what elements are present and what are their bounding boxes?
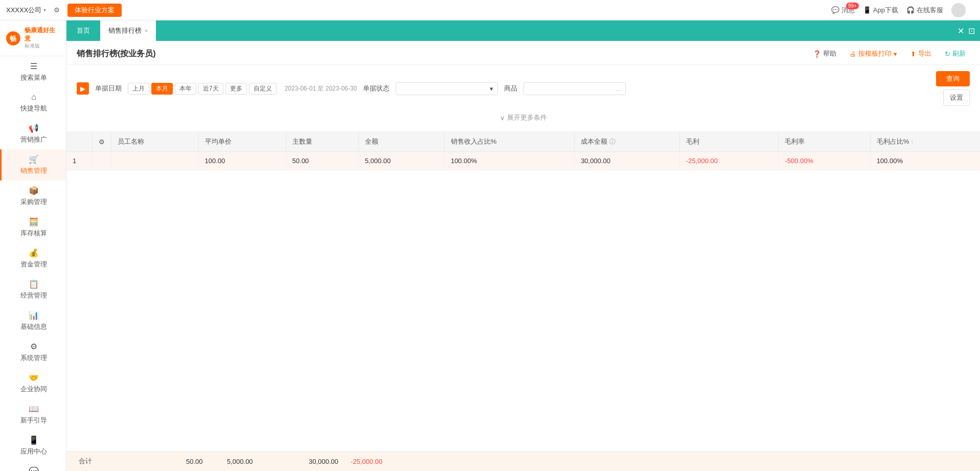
- sidebar-item-finance[interactable]: 💰 资金管理: [0, 243, 66, 274]
- row-qty: 50.00: [286, 152, 358, 170]
- enterprise-icon: 🤝: [29, 373, 39, 383]
- date-btn-this-year[interactable]: 本年: [175, 83, 196, 95]
- date-btn-more[interactable]: 更多: [225, 83, 247, 95]
- tab-sales-ranking[interactable]: 销售排行榜 ×: [100, 20, 156, 41]
- date-btn-custom[interactable]: 自定义: [249, 83, 277, 95]
- avatar[interactable]: [951, 3, 966, 17]
- table-row: 1 100.00 50.00 5,000.00 100.00% 30,000.0…: [66, 152, 980, 170]
- sidebar-item-guide[interactable]: 📖 新手引导: [0, 399, 66, 430]
- row-cost: 30,000.00: [575, 152, 680, 170]
- wechat-icon: 💬: [29, 466, 39, 471]
- footer-amount: 5,000.00: [221, 458, 262, 465]
- row-avg-price: 100.00: [198, 152, 286, 170]
- sidebar-item-enterprise[interactable]: 🤝 企业协同: [0, 368, 66, 399]
- sidebar-label-system: 系统管理: [20, 353, 47, 363]
- footer-profit: -25,000.00: [345, 458, 389, 465]
- export-button[interactable]: ⬆ 导出: [906, 47, 936, 60]
- col-sales-pct: 销售收入占比%: [444, 132, 574, 152]
- date-filter-label: 单据日期: [95, 84, 122, 93]
- sidebar-item-sales[interactable]: 🛒 销售管理: [0, 149, 66, 181]
- filter-row: ▶ 单据日期 上月 本月 本年 近7天 更多 自定义 2023-06-01 至 …: [77, 71, 970, 106]
- sidebar-item-wechat[interactable]: 💬 企业微信: [0, 461, 66, 471]
- home-icon: ⌂: [31, 93, 36, 102]
- tab-home[interactable]: 首页: [66, 20, 100, 41]
- date-buttons: 上月 本月 本年 近7天 更多 自定义: [128, 83, 277, 95]
- col-settings[interactable]: ⚙: [92, 132, 111, 152]
- expand-more-button[interactable]: ∨ 展开更多条件: [77, 110, 970, 125]
- profit-pct-sort-icon[interactable]: ↕: [911, 139, 914, 145]
- status-select-chevron: ▾: [490, 85, 493, 93]
- sidebar-label-finance: 资金管理: [20, 260, 47, 269]
- col-profit-rate: 毛利率: [779, 132, 870, 152]
- online-service-button[interactable]: 🎧 在线客服: [906, 6, 943, 15]
- sidebar-item-marketing[interactable]: 📢 营销推广: [0, 118, 66, 149]
- sidebar-item-basic[interactable]: 📊 基础信息: [0, 305, 66, 337]
- logo-sub: 标准版: [25, 42, 61, 50]
- filter-toggle-button[interactable]: ▶: [77, 82, 89, 95]
- tab-close-icon[interactable]: ×: [145, 28, 148, 34]
- sidebar-item-apps[interactable]: 📱 应用中心: [0, 430, 66, 461]
- svg-text:畅: 畅: [10, 35, 16, 42]
- row-employee: [111, 152, 198, 170]
- basic-icon: 📊: [29, 310, 39, 320]
- sidebar-label-guide: 新手引导: [20, 416, 47, 425]
- filter-area: ▶ 单据日期 上月 本月 本年 近7天 更多 自定义 2023-06-01 至 …: [66, 65, 980, 132]
- company-selector[interactable]: XXXXX公司 ▾: [6, 6, 46, 15]
- marketing-icon: 📢: [29, 123, 39, 133]
- tab-bar: 首页 销售排行榜 × ✕ ⊡: [66, 20, 980, 41]
- cost-help-icon: ⓘ: [609, 138, 616, 145]
- status-select[interactable]: ▾: [396, 82, 498, 95]
- refresh-button[interactable]: ↻ 刷新: [941, 47, 970, 60]
- sidebar-label-sales: 销售管理: [20, 166, 47, 175]
- tab-bar-right: ✕ ⊡: [958, 26, 980, 36]
- sidebar-item-search[interactable]: ☰ 搜索菜单: [0, 56, 66, 87]
- refresh-icon: ↻: [945, 50, 950, 58]
- sidebar-item-inventory[interactable]: 🧮 库存核算: [0, 212, 66, 243]
- sidebar-label-apps: 应用中心: [20, 447, 47, 456]
- col-employee: 员工名称: [111, 132, 198, 152]
- sidebar-item-purchase[interactable]: 📦 采购管理: [0, 181, 66, 212]
- settings-icon[interactable]: ⚙: [50, 4, 63, 17]
- tab-maximize-icon[interactable]: ⊡: [968, 26, 975, 36]
- footer-qty: 50.00: [180, 458, 221, 465]
- page-actions: ❓ 帮助 🖨 按模板打印 ▾ ⬆ 导出 ↻ 刷新: [809, 47, 970, 60]
- help-button[interactable]: ❓ 帮助: [809, 47, 840, 60]
- col-amount: 全额: [358, 132, 444, 152]
- print-button[interactable]: 🖨 按模板打印 ▾: [846, 47, 901, 60]
- help-icon: ❓: [813, 50, 821, 58]
- finance-icon: 💰: [29, 248, 39, 258]
- filter-actions: 查询 设置: [936, 71, 970, 106]
- company-name: XXXXX公司: [6, 6, 41, 15]
- page-header: 销售排行榜(按业务员) ❓ 帮助 🖨 按模板打印 ▾ ⬆ 导出: [66, 41, 980, 65]
- table-header-row: ⚙ 员工名称 平均单价 主数量 全额 销售收入占比% 成本全额 ⓘ 毛利: [66, 132, 980, 152]
- sidebar-label-marketing: 营销推广: [20, 135, 47, 144]
- guide-icon: 📖: [29, 404, 39, 414]
- sidebar-logo: 畅 畅康通好生意 标准版: [0, 20, 66, 56]
- chevron-down-expand-icon: ∨: [500, 114, 505, 122]
- tab-close-window-icon[interactable]: ✕: [958, 26, 964, 36]
- app-download-button[interactable]: 📱 App下载: [863, 6, 898, 15]
- date-btn-last-month[interactable]: 上月: [128, 83, 149, 95]
- filter-settings-button[interactable]: 设置: [943, 89, 970, 106]
- col-index: [66, 132, 92, 152]
- message-badge: 99+: [846, 3, 859, 9]
- query-button[interactable]: 查询: [936, 71, 970, 86]
- date-btn-7days[interactable]: 近7天: [198, 83, 223, 95]
- sidebar-item-system[interactable]: ⚙ 系统管理: [0, 337, 66, 368]
- sidebar-item-shortcut[interactable]: ⌂ 快捷导航: [0, 87, 66, 118]
- goods-input[interactable]: ...: [523, 82, 626, 95]
- message-button[interactable]: 💬 消息 99+: [831, 6, 855, 15]
- goods-more-icon: ...: [616, 85, 621, 93]
- sidebar-item-operations[interactable]: 📋 经营管理: [0, 274, 66, 305]
- service-icon: 🎧: [906, 6, 915, 14]
- col-settings-icon: ⚙: [99, 138, 105, 146]
- col-cost: 成本全额 ⓘ: [575, 132, 680, 152]
- sidebar-label-purchase: 采购管理: [20, 197, 47, 207]
- page-content: 销售排行榜(按业务员) ❓ 帮助 🖨 按模板打印 ▾ ⬆ 导出: [66, 41, 980, 471]
- date-range-display: 2023-06-01 至 2023-06-30: [285, 84, 357, 93]
- trial-button[interactable]: 体验行业方案: [67, 4, 122, 17]
- print-chevron-icon: ▾: [894, 50, 897, 58]
- sidebar: 畅 畅康通好生意 标准版 ☰ 搜索菜单 ⌂ 快捷导航 📢 营销推广 🛒 销售管理…: [0, 20, 66, 471]
- purchase-icon: 📦: [29, 186, 39, 195]
- date-btn-this-month[interactable]: 本月: [151, 83, 173, 95]
